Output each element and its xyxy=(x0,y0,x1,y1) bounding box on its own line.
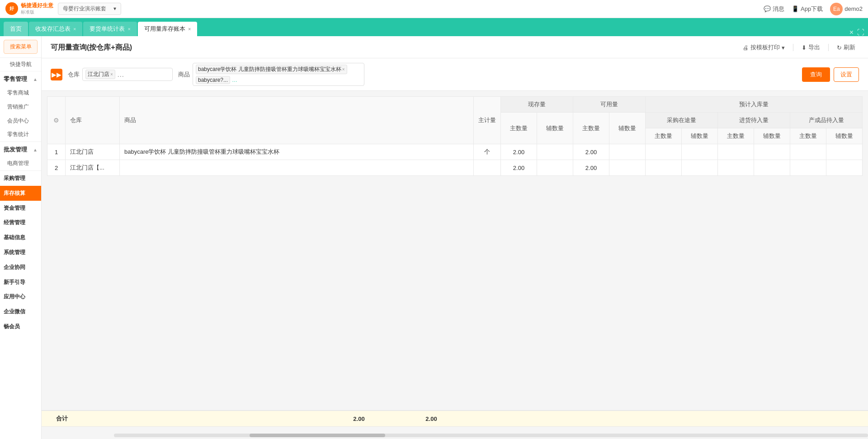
tab-home[interactable]: 首页 xyxy=(4,22,28,36)
tab-available-stock[interactable]: 可用量库存账本 × xyxy=(138,22,197,36)
cell-no: 1 xyxy=(47,144,66,160)
export-icon: ⬇ xyxy=(802,44,807,51)
expand-btn[interactable]: ⛶ xyxy=(857,29,864,36)
wholesale-mgmt-label: 批发管理 xyxy=(4,146,27,154)
warehouse-more-options[interactable]: … xyxy=(117,71,124,79)
sidebar-item-enterprise-coop[interactable]: 企业协同 xyxy=(0,260,41,275)
sidebar-section-retail-title[interactable]: 零售管理 ▲ xyxy=(0,71,41,86)
warehouse-tag-close[interactable]: × xyxy=(110,72,113,77)
th-purchase-transit: 采购在途量 xyxy=(646,113,718,128)
warehouse-tag: 江北门店 × xyxy=(85,70,115,79)
sidebar-item-basic-info[interactable]: 基础信息 xyxy=(0,230,41,245)
user-area[interactable]: Ea demo2 xyxy=(830,3,863,15)
product-tag-1: babycare学饮杯 儿童防摔防撞吸管杯重力球吸嘴杯宝宝水杯 × xyxy=(196,65,347,74)
horizontal-scrollbar[interactable] xyxy=(114,434,868,437)
chevron-down-icon: ▾ xyxy=(113,5,116,12)
divider-2 xyxy=(828,44,829,51)
cell-pi-sub xyxy=(826,144,863,160)
sidebar-item-retail-stats[interactable]: 零售统计 xyxy=(0,127,41,142)
print-dropdown-icon: ▾ xyxy=(782,44,785,51)
wholesale-expand-icon: ▲ xyxy=(33,147,38,152)
industry-selector[interactable]: 母婴行业演示账套 ▾ xyxy=(58,3,121,15)
tab-available-stock-close[interactable]: × xyxy=(188,26,191,32)
logo-text-area: 畅捷通好生意 标准版 xyxy=(21,2,53,15)
cell-no: 2 xyxy=(47,160,66,176)
cell-in-sub xyxy=(754,160,790,176)
cell-pi-main xyxy=(790,160,826,176)
th-unit: 主计量 xyxy=(474,97,501,144)
sidebar-item-ops[interactable]: 经营管理 xyxy=(0,215,41,230)
sidebar-section-retail: 零售管理 ▲ 零售商城 营销推广 会员中心 零售统计 xyxy=(0,71,41,142)
page-title: 可用量查询(按仓库+商品) xyxy=(51,43,132,52)
cell-product: babycare学饮杯 儿童防摔防撞吸管杯重力球吸嘴杯宝宝水杯 xyxy=(120,144,474,160)
th-pi-main: 主数量 xyxy=(790,128,826,144)
product-more-link[interactable]: … xyxy=(232,77,237,83)
message-icon: 💬 xyxy=(764,5,771,12)
table-row: 2 江北门店【... 2.00 2.00 xyxy=(47,160,863,176)
sidebar-section-wholesale-title[interactable]: 批发管理 ▲ xyxy=(0,142,41,156)
sidebar-item-finance[interactable]: 资金管理 xyxy=(0,201,41,216)
retail-expand-icon: ▲ xyxy=(33,77,38,82)
sidebar-quick-nav[interactable]: 快捷导航 xyxy=(0,58,41,71)
sidebar-item-ecommerce[interactable]: 电商管理 xyxy=(0,156,41,170)
cell-in-sub xyxy=(754,144,790,160)
cell-available-main: 2.00 xyxy=(573,160,609,176)
sidebar-item-new-guide[interactable]: 新手引导 xyxy=(0,275,41,290)
sidebar-item-member[interactable]: 畅会员 xyxy=(0,319,41,334)
filter-actions: 查询 设置 xyxy=(802,67,859,82)
cell-pt-main xyxy=(646,160,682,176)
export-label: 导出 xyxy=(808,43,820,52)
cell-in-main xyxy=(718,160,754,176)
cell-current-sub xyxy=(537,144,573,160)
gear-icon[interactable]: ⚙ xyxy=(53,117,59,124)
cell-in-main xyxy=(718,144,754,160)
sidebar-item-app-center[interactable]: 应用中心 xyxy=(0,289,41,304)
tab-receive-send[interactable]: 收发存汇总表 × xyxy=(29,22,82,36)
logo-icon: 好 xyxy=(5,2,18,15)
product-input-group[interactable]: babycare学饮杯 儿童防摔防撞吸管杯重力球吸嘴杯宝宝水杯 × babyca… xyxy=(193,63,364,86)
close-all-tabs-btn[interactable]: × xyxy=(849,29,854,36)
th-in-sub: 辅数量 xyxy=(754,128,790,144)
sidebar-item-inventory[interactable]: 库存核算 xyxy=(0,186,41,201)
th-settings[interactable]: ⚙ xyxy=(47,97,66,144)
main-layout: 搜索菜单 快捷导航 零售管理 ▲ 零售商城 营销推广 会员中心 零售统计 批发管… xyxy=(0,36,868,439)
product-tag-2-text: babycare?... xyxy=(198,77,228,83)
product-tag-1-close[interactable]: × xyxy=(342,67,345,72)
th-current-stock: 现存量 xyxy=(501,97,573,113)
content-area: 可用量查询(按仓库+商品) 🖨 按模板打印 ▾ ⬇ 导出 ↻ 刷新 xyxy=(42,36,868,439)
cell-current-main: 2.00 xyxy=(501,160,537,176)
footer-available-main: 2.00 xyxy=(413,415,449,422)
refresh-label: 刷新 xyxy=(844,43,855,52)
settings-btn[interactable]: 设置 xyxy=(834,67,859,82)
print-btn[interactable]: 🖨 按模板打印 ▾ xyxy=(739,42,788,53)
sidebar-item-retail-shop[interactable]: 零售商城 xyxy=(0,86,41,100)
export-btn[interactable]: ⬇ 导出 xyxy=(798,42,824,53)
cell-pt-sub xyxy=(682,144,718,160)
app-download-label: App下载 xyxy=(801,5,823,13)
th-available: 可用量 xyxy=(573,97,646,113)
tab-order-stats-close[interactable]: × xyxy=(127,26,130,32)
tab-receive-send-close[interactable]: × xyxy=(73,26,76,32)
sidebar: 搜索菜单 快捷导航 零售管理 ▲ 零售商城 营销推广 会员中心 零售统计 批发管… xyxy=(0,36,42,439)
sidebar-item-enterprise-wechat[interactable]: 企业微信 xyxy=(0,304,41,319)
logo-area: 好 畅捷通好生意 标准版 xyxy=(5,2,53,15)
tab-order-stats[interactable]: 要货单统计表 × xyxy=(83,22,137,36)
table-wrapper[interactable]: ⚙ 仓库 商品 主计量 现存量 xyxy=(42,91,868,410)
tab-receive-send-label: 收发存汇总表 xyxy=(35,25,71,33)
scrollbar-thumb[interactable] xyxy=(250,434,385,437)
product-tag-1-text: babycare学饮杯 儿童防摔防撞吸管杯重力球吸嘴杯宝宝水杯 xyxy=(198,66,341,73)
query-btn[interactable]: 查询 xyxy=(802,67,830,82)
sidebar-item-retail-promo[interactable]: 营销推广 xyxy=(0,100,41,114)
app-download-btn[interactable]: 📱 App下载 xyxy=(792,5,823,13)
filter-toggle-btn[interactable]: ▶▶ xyxy=(51,69,62,80)
sidebar-item-sys-mgmt[interactable]: 系统管理 xyxy=(0,245,41,260)
cell-pt-sub xyxy=(682,160,718,176)
search-menu-btn[interactable]: 搜索菜单 xyxy=(4,40,38,54)
th-current-sub: 辅数量 xyxy=(537,113,573,144)
sidebar-item-member-center[interactable]: 会员中心 xyxy=(0,114,41,128)
message-btn[interactable]: 💬 消息 xyxy=(764,5,784,13)
refresh-btn[interactable]: ↻ 刷新 xyxy=(833,42,859,53)
warehouse-input-group[interactable]: 江北门店 × … xyxy=(82,68,173,81)
sidebar-item-purchase[interactable]: 采购管理 xyxy=(0,171,41,186)
print-label: 按模板打印 xyxy=(750,43,780,52)
